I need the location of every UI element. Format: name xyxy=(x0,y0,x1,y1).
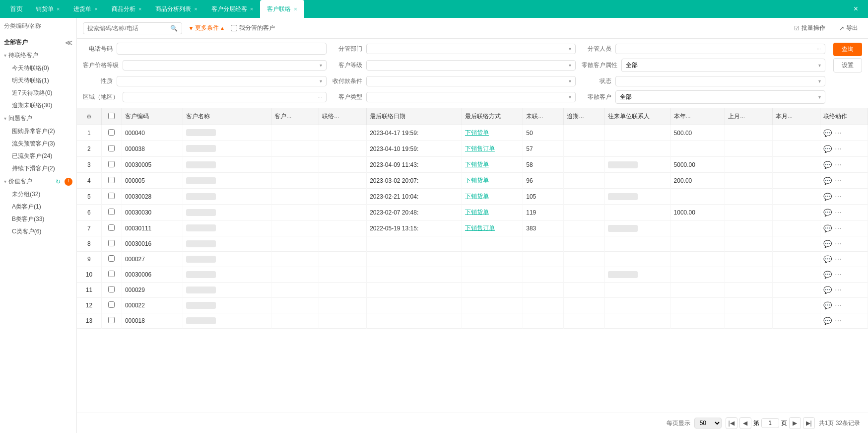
row-checkbox[interactable] xyxy=(108,209,115,215)
row-checkbox[interactable] xyxy=(108,177,115,183)
more-action-icon[interactable]: ⋯ xyxy=(835,317,842,325)
reset-button[interactable]: 设置 xyxy=(833,58,862,72)
row-checkbox[interactable] xyxy=(108,224,115,231)
sidebar-item-ungroup[interactable]: 未分组(32) xyxy=(0,188,76,201)
phone-action-icon[interactable]: 💬 xyxy=(823,161,832,169)
sidebar-item-tomorrow[interactable]: 明天待联络(1) xyxy=(0,74,76,87)
more-action-icon[interactable]: ⋯ xyxy=(835,161,842,169)
nav-tab-customercontact[interactable]: 客户联络 × xyxy=(260,0,304,18)
sidebar-group-problem[interactable]: ▾ 问题客户 xyxy=(0,112,76,125)
sidebar-item-today[interactable]: 今天待联络(0) xyxy=(0,62,76,74)
sidebar-all-customers[interactable]: 全部客户 ≪ xyxy=(0,34,76,49)
retail-select[interactable]: 全部 ▾ xyxy=(615,90,825,104)
phone-action-icon[interactable]: 💬 xyxy=(823,193,832,201)
sidebar-item-classC[interactable]: C类客户(6) xyxy=(0,225,76,238)
sidebar-item-overdue[interactable]: 逾期未联络(30) xyxy=(0,99,76,112)
per-page-select[interactable]: 50 100 200 xyxy=(694,418,722,429)
close-tab-customercontact[interactable]: × xyxy=(294,6,297,12)
row-checkbox[interactable] xyxy=(108,193,115,199)
phone-action-icon[interactable]: 💬 xyxy=(823,177,832,185)
page-input[interactable] xyxy=(761,418,779,428)
refresh-icon[interactable]: ↻ xyxy=(56,178,61,185)
last-page-btn[interactable]: ▶| xyxy=(803,417,815,429)
payment-select[interactable]: ▾ xyxy=(366,76,576,86)
my-customers-check[interactable] xyxy=(231,25,237,31)
sidebar-item-abnormal[interactable]: 囤购异常客户(2) xyxy=(0,125,76,138)
more-action-icon[interactable]: ⋯ xyxy=(835,145,842,153)
sidebar-search-input[interactable] xyxy=(4,22,77,29)
contact-method-link[interactable]: 下销货单 xyxy=(465,177,489,184)
phone-action-icon[interactable]: 💬 xyxy=(823,271,832,279)
phone-action-icon[interactable]: 💬 xyxy=(823,209,832,216)
batch-op-btn[interactable]: ☑ 批量操作 xyxy=(790,22,829,34)
person-select[interactable]: ··· xyxy=(615,44,825,54)
phone-action-icon[interactable]: 💬 xyxy=(823,317,832,325)
row-checkbox[interactable] xyxy=(108,129,115,136)
window-close[interactable]: × xyxy=(848,4,864,13)
sidebar-item-7days[interactable]: 近7天待联络(0) xyxy=(0,87,76,99)
collapse-icon[interactable]: ≪ xyxy=(65,39,72,47)
row-checkbox[interactable] xyxy=(108,255,115,262)
sidebar-group-pending[interactable]: ▾ 待联络客户 xyxy=(0,49,76,62)
pricelevel-select[interactable]: ▾ xyxy=(123,60,327,71)
nature-select[interactable]: ▾ xyxy=(117,76,327,86)
sidebar-group-value[interactable]: ▾ 价值客户 ↻ ! xyxy=(0,175,76,188)
filter-search-input[interactable] xyxy=(87,25,170,32)
row-checkbox[interactable] xyxy=(108,317,115,323)
more-action-icon[interactable]: ⋯ xyxy=(835,301,842,309)
row-checkbox[interactable] xyxy=(108,161,115,167)
phone-action-icon[interactable]: 💬 xyxy=(823,129,832,137)
dept-select[interactable]: ▾ xyxy=(366,44,576,54)
sidebar-item-lost[interactable]: 已流失客户(24) xyxy=(0,150,76,162)
phone-action-icon[interactable]: 💬 xyxy=(823,145,832,153)
more-action-icon[interactable]: ⋯ xyxy=(835,224,842,232)
contact-method-link[interactable]: 下销货单 xyxy=(465,209,489,216)
phone-action-icon[interactable]: 💬 xyxy=(823,240,832,248)
close-tab-analysis[interactable]: × xyxy=(138,6,141,12)
filter-search-icon[interactable]: 🔍 xyxy=(170,25,178,32)
row-checkbox[interactable] xyxy=(108,240,115,246)
more-action-icon[interactable]: ⋯ xyxy=(835,177,842,185)
phone-input[interactable] xyxy=(117,43,327,55)
custtype-select[interactable]: ▾ xyxy=(366,92,576,102)
row-checkbox[interactable] xyxy=(108,271,115,277)
export-btn[interactable]: ↗ 导出 xyxy=(835,22,862,34)
sidebar-item-classA[interactable]: A类客户(1) xyxy=(0,201,76,213)
row-checkbox[interactable] xyxy=(108,286,115,292)
nav-tab-analysislist[interactable]: 商品分析列表 × xyxy=(148,0,204,18)
nav-tab-analysis[interactable]: 商品分析 × xyxy=(105,0,148,18)
first-page-btn[interactable]: |◀ xyxy=(726,417,737,429)
nav-tab-customerlayer[interactable]: 客户分层经客 × xyxy=(204,0,260,18)
phone-action-icon[interactable]: 💬 xyxy=(823,301,832,309)
more-action-icon[interactable]: ⋯ xyxy=(835,209,842,216)
close-tab-purchase[interactable]: × xyxy=(94,6,97,12)
sidebar-item-losswarning[interactable]: 流失预警客户(3) xyxy=(0,138,76,150)
contact-method-link[interactable]: 下销货单 xyxy=(465,129,489,136)
custlevel-select[interactable]: ▾ xyxy=(366,60,576,71)
more-action-icon[interactable]: ⋯ xyxy=(835,129,842,137)
more-action-icon[interactable]: ⋯ xyxy=(835,286,842,294)
select-all-checkbox[interactable] xyxy=(108,113,115,119)
region-select[interactable]: ··· xyxy=(123,92,327,102)
more-action-icon[interactable]: ⋯ xyxy=(835,193,842,201)
contact-method-link[interactable]: 下销售订单 xyxy=(465,224,495,231)
more-action-icon[interactable]: ⋯ xyxy=(835,271,842,279)
close-tab-analysislist[interactable]: × xyxy=(194,6,197,12)
contact-method-link[interactable]: 下销售订单 xyxy=(465,145,495,152)
sidebar-item-declining[interactable]: 持续下滑客户(2) xyxy=(0,162,76,175)
close-tab-customerlayer[interactable]: × xyxy=(250,6,253,12)
nav-home[interactable]: 首页 xyxy=(4,0,29,18)
more-action-icon[interactable]: ⋯ xyxy=(835,240,842,248)
nav-tab-salesorder[interactable]: 销货单 × xyxy=(29,0,67,18)
phone-action-icon[interactable]: 💬 xyxy=(823,255,832,263)
contact-method-link[interactable]: 下销货单 xyxy=(465,161,489,168)
retailattr-select[interactable]: 全部 ▾ xyxy=(621,59,825,72)
sidebar-item-classB[interactable]: B类客户(33) xyxy=(0,213,76,225)
phone-action-icon[interactable]: 💬 xyxy=(823,286,832,294)
row-checkbox[interactable] xyxy=(108,301,115,308)
query-button[interactable]: 查询 xyxy=(833,43,862,56)
my-customers-checkbox[interactable]: 我分管的客户 xyxy=(231,24,275,32)
nav-tab-purchase[interactable]: 进货单 × xyxy=(67,0,104,18)
settings-icon[interactable]: ⚙ xyxy=(86,113,92,120)
more-action-icon[interactable]: ⋯ xyxy=(835,255,842,263)
